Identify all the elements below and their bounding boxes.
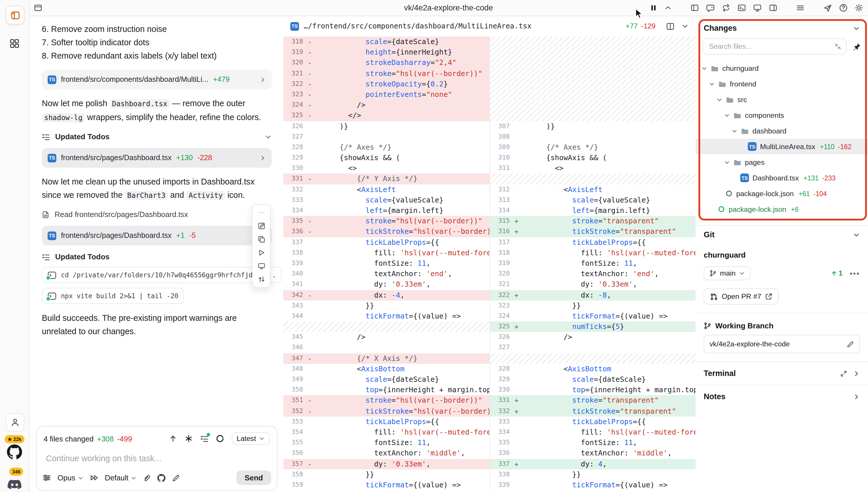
model-dropdown[interactable]: Opus [57,473,83,482]
chevron-right-icon[interactable] [853,393,860,400]
diff-marker: - [306,353,313,364]
line-number: 354 [283,427,306,438]
pencil-icon[interactable] [846,340,854,348]
todos-status-icon[interactable] [200,435,208,443]
diff-row: 343 }}323 }} [283,300,696,311]
tree-folder-dashboard[interactable]: dashboard [696,123,868,139]
monitor-icon[interactable] [753,3,762,12]
diff-header: TS …/frontend/src/components/dashboard/M… [283,16,696,36]
tree-file-Dashboard.tsx[interactable]: TSDashboard.tsx+131-233 [696,170,868,186]
tree-folder-frontend[interactable]: frontend [696,76,868,92]
workspace-switcher-button[interactable] [6,6,24,24]
line-number: 326 [490,332,513,343]
right-panel: Changes churnguardfrontendsrccomponentsd… [696,16,868,492]
terminal-icon[interactable] [737,3,746,12]
more-options-icon[interactable] [258,209,265,216]
chevron-down-icon[interactable] [682,22,688,30]
github-small-icon[interactable] [157,474,165,482]
panel-right-icon[interactable] [769,3,777,12]
chat-input[interactable] [45,453,271,464]
person-icon [10,418,20,427]
caret-down-icon[interactable] [717,97,722,102]
code-line: fill: 'hsl(var(--muted-foreground))', [520,248,696,258]
updated-todos-row[interactable]: Updated Todos [42,132,272,141]
pen-icon[interactable] [172,474,180,482]
tree-file-package-lock.json[interactable]: package-lock.json+6 [696,201,868,217]
chat-bubble-icon[interactable] [706,3,715,12]
collapse-icon[interactable] [834,43,841,50]
chevron-down-icon[interactable] [853,25,860,32]
notes-section-header[interactable]: Notes [696,385,868,408]
git-section-header[interactable]: Git [696,226,868,243]
grid-view-button[interactable] [6,35,23,52]
account-button[interactable] [6,413,24,432]
gear-icon[interactable] [855,3,863,12]
file-chip-dashboard[interactable]: TS frontend/src/pages/Dashboard.tsx +130… [42,148,272,168]
asterisk-icon[interactable] [184,435,192,443]
pause-icon[interactable] [650,4,657,11]
sliders-icon[interactable] [42,473,51,482]
caret-down-icon[interactable] [724,112,730,118]
chevron-down-icon[interactable] [853,231,860,238]
send-plane-icon[interactable] [823,3,832,12]
updated-todos-row-2[interactable]: Updated Todos [42,252,272,261]
line-number: 345 [283,332,306,343]
tree-file-MultiLineArea.tsx[interactable]: TSMultiLineArea.tsx+110-162 [696,139,868,154]
chevron-right-icon[interactable] [853,370,860,377]
git-compare-small-icon[interactable] [258,276,265,283]
monitor-small-icon[interactable] [258,262,265,270]
terminal-command-chip[interactable]: npx vite build 2>&1 | tail -20 [42,288,184,304]
tree-folder-src[interactable]: src [696,92,868,107]
discord-icon[interactable] [6,477,23,492]
read-file-row[interactable]: Read frontend/src/pages/Dashboard.tsx [42,210,272,219]
search-input[interactable] [708,42,831,51]
terminal-section-header[interactable]: Terminal [696,362,868,385]
window-layout-icon[interactable] [34,3,42,12]
github-icon[interactable] [7,444,22,460]
search-box[interactable] [703,38,846,54]
caret-down-icon[interactable] [709,81,715,87]
tree-folder-pages[interactable]: pages [696,154,868,170]
open-pr-button[interactable]: Open PR #7 [704,288,779,304]
terminal-command-chip[interactable]: cd /private/var/folders/10/h7w0q46556ggr… [42,267,282,283]
pin-icon[interactable] [852,42,861,51]
fast-forward-icon[interactable] [90,473,98,482]
tree-file-package-lock.json[interactable]: package-lock.json+61-104 [696,186,868,201]
split-view-icon[interactable] [666,22,675,30]
code-line: fill: 'hsl(var(--muted-foreground))', [313,427,489,438]
paperclip-icon[interactable] [143,474,151,482]
annotate-icon[interactable] [258,222,265,230]
git-compare-icon[interactable] [722,3,730,12]
added-count: +1 [176,231,185,240]
diff-row: 330 <>311 <> [283,163,696,174]
version-dropdown[interactable]: Latest [231,432,270,445]
diff-body[interactable]: 318- scale={dateScale}319- height={inner… [283,36,696,492]
branch-selector[interactable]: main [704,266,751,280]
arrow-up-icon[interactable] [169,435,177,443]
diff-marker [306,364,313,374]
caret-down-icon[interactable] [724,159,730,165]
send-button[interactable]: Send [236,470,271,485]
changes-section-header[interactable]: Changes [696,19,868,36]
expand-icon[interactable] [840,370,847,377]
play-icon[interactable] [258,249,265,256]
caret-down-icon[interactable] [731,128,737,134]
code-line: stroke="transparent" [520,395,696,406]
tree-folder-churnguard[interactable]: churnguard [696,60,868,76]
file-chip-dashboard-2[interactable]: TS frontend/src/pages/Dashboard.tsx +1 -… [42,226,272,245]
diff-marker: - [306,89,313,100]
chevron-up-icon[interactable] [664,4,672,11]
help-icon[interactable] [839,3,848,12]
mode-dropdown[interactable]: Default [105,473,137,482]
working-branch-value[interactable]: vk/4e2a-explore-the-code [704,335,860,353]
ts-icon: TS [48,231,56,240]
code-line: /> [313,100,489,110]
caret-down-icon[interactable] [701,65,707,71]
more-options-icon[interactable]: ••• [850,269,860,278]
menu-icon[interactable] [796,3,805,12]
tree-folder-components[interactable]: components [696,107,868,123]
code-line: fontSize: 11, [313,438,489,448]
copy-icon[interactable] [258,236,265,243]
file-chip-multilinearea[interactable]: TS frontend/src/components/dashboard/Mul… [42,70,272,89]
panel-left-icon[interactable] [690,3,699,12]
